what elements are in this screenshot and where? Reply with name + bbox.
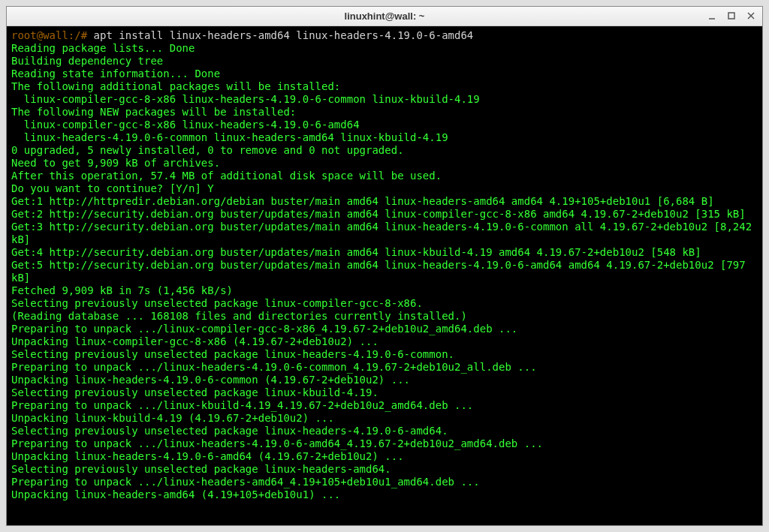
prompt-user-host: root@wall — [11, 29, 68, 41]
terminal-line: Get:3 http://security.debian.org buster/… — [11, 221, 758, 246]
terminal-line: Do you want to continue? [Y/n] Y — [11, 182, 758, 195]
terminal-line: Reading package lists... Done — [11, 42, 758, 55]
terminal-line: Need to get 9,909 kB of archives. — [11, 157, 758, 170]
window-title: linuxhint@wall: ~ — [345, 11, 425, 22]
terminal-line: Preparing to unpack .../linux-kbuild-4.1… — [11, 399, 758, 412]
terminal-line: The following additional packages will b… — [11, 80, 758, 93]
titlebar[interactable]: linuxhint@wall: ~ — [7, 7, 762, 26]
terminal-line: Get:2 http://security.debian.org buster/… — [11, 208, 758, 221]
terminal-line: Unpacking linux-compiler-gcc-8-x86 (4.19… — [11, 335, 758, 348]
terminal-line: Unpacking linux-headers-4.19.0-6-amd64 (… — [11, 450, 758, 463]
terminal-line: Selecting previously unselected package … — [11, 463, 758, 476]
terminal-line: Selecting previously unselected package … — [11, 386, 758, 399]
close-icon — [746, 11, 755, 20]
terminal-line: Preparing to unpack .../linux-headers-am… — [11, 476, 758, 488]
terminal-line: Get:5 http://security.debian.org buster/… — [11, 259, 758, 284]
terminal-line: Preparing to unpack .../linux-headers-4.… — [11, 361, 758, 374]
terminal-line: (Reading database ... 168108 files and d… — [11, 310, 758, 323]
terminal-line: Building dependency tree — [11, 55, 758, 68]
close-button[interactable] — [744, 9, 758, 23]
terminal-line: Unpacking linux-headers-amd64 (4.19+105+… — [11, 488, 758, 501]
terminal-line: The following NEW packages will be insta… — [11, 106, 758, 119]
minimize-icon — [707, 11, 716, 20]
terminal-line: Unpacking linux-kbuild-4.19 (4.19.67-2+d… — [11, 412, 758, 425]
prompt-line: root@wall:/# apt install linux-headers-a… — [11, 29, 758, 42]
terminal-output: Reading package lists... DoneBuilding de… — [11, 42, 758, 501]
terminal-line: Selecting previously unselected package … — [11, 348, 758, 361]
terminal-line: linux-compiler-gcc-8-x86 linux-headers-4… — [11, 93, 758, 106]
svg-rect-1 — [728, 13, 734, 19]
prompt-path: :/# — [68, 29, 94, 41]
terminal-line: Get:4 http://security.debian.org buster/… — [11, 246, 758, 259]
minimize-button[interactable] — [705, 9, 719, 23]
terminal-line: Preparing to unpack .../linux-headers-4.… — [11, 437, 758, 450]
terminal-line: linux-headers-4.19.0-6-common linux-head… — [11, 131, 758, 144]
terminal-line: Selecting previously unselected package … — [11, 297, 758, 310]
maximize-button[interactable] — [725, 9, 738, 23]
terminal-line: Preparing to unpack .../linux-compiler-g… — [11, 323, 758, 335]
terminal-line: Get:1 http://httpredir.debian.org/debian… — [11, 195, 758, 208]
terminal-line: Unpacking linux-headers-4.19.0-6-common … — [11, 374, 758, 386]
terminal-line: linux-compiler-gcc-8-x86 linux-headers-4… — [11, 119, 758, 131]
terminal-window: linuxhint@wall: ~ root@wall:/# apt insta… — [6, 6, 763, 526]
maximize-icon — [727, 11, 736, 20]
terminal-line: Fetched 9,909 kB in 7s (1,456 kB/s) — [11, 284, 758, 297]
terminal-line: 0 upgraded, 5 newly installed, 0 to remo… — [11, 144, 758, 157]
prompt-command: apt install linux-headers-amd64 linux-he… — [94, 29, 474, 41]
terminal-body[interactable]: root@wall:/# apt install linux-headers-a… — [7, 26, 762, 525]
terminal-line: Reading state information... Done — [11, 68, 758, 80]
window-controls — [705, 9, 758, 23]
terminal-line: After this operation, 57.4 MB of additio… — [11, 170, 758, 182]
terminal-line: Selecting previously unselected package … — [11, 425, 758, 437]
